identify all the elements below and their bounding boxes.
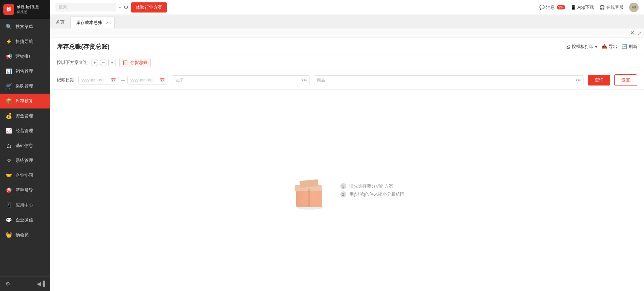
sidebar-item-system[interactable]: ⚙ 系统管理 [0, 153, 50, 168]
scheme-label: 存货总账 [130, 59, 148, 66]
filter-label: 按以下方案查询 [57, 59, 88, 66]
sidebar-item-apps[interactable]: 📱 应用中心 [0, 198, 50, 213]
app-download-btn[interactable]: 📱 App下载 [571, 4, 594, 10]
sidebar-item-member[interactable]: 👑 畅会员 [0, 227, 50, 242]
sidebar-item-search[interactable]: 🔍 搜索菜单 [0, 19, 50, 34]
export-icon: 📤 [601, 44, 607, 49]
date-input-group: yyyy-mm-dd 📅 — yyyy-mm-dd 📅 [78, 76, 168, 84]
sales-icon: 📊 [5, 68, 12, 75]
settings-icon[interactable]: ⚙ [5, 281, 10, 287]
product-select[interactable]: 商品 ••• [314, 75, 584, 85]
sidebar-item-label: 经营管理 [16, 128, 33, 134]
user-avatar[interactable]: Rit [629, 3, 639, 12]
sidebar-item-coop[interactable]: 🤝 企业协同 [0, 168, 50, 183]
page-title: 库存总账(存货总账) [57, 43, 109, 51]
industry-btn[interactable]: 体验行业方案 [131, 2, 167, 13]
svg-rect-5 [308, 189, 310, 207]
quicknav-icon: ⚡ [5, 38, 12, 45]
print-btn[interactable]: 🖨 按模板打印 ▾ [566, 44, 597, 50]
message-icon: 💬 [539, 5, 545, 10]
filter-collapse-btn[interactable]: « [108, 59, 116, 66]
sidebar-item-label: 营销推广 [16, 53, 33, 59]
product-label: 商品 [317, 77, 325, 83]
search-icon: 🔍 [5, 23, 12, 30]
sidebar-bottom: ⚙ ◀▐ [0, 276, 50, 291]
scheme-icon: 📋 [122, 60, 128, 65]
sidebar-item-quicknav[interactable]: ⚡ 快捷导航 [0, 34, 50, 49]
sidebar-item-inventory[interactable]: 📦 库存核算 [0, 94, 50, 108]
topbar-chevron-icon[interactable]: ▾ [119, 5, 121, 10]
coop-icon: 🤝 [5, 172, 12, 179]
topbar-gear-icon[interactable]: ⚙ [124, 4, 128, 10]
marketing-icon: 📢 [5, 53, 12, 60]
filter-add-btn[interactable]: + [91, 59, 98, 66]
filter-remove-btn[interactable]: − [100, 59, 107, 66]
content-area: ✕ ⤢ 库存总账(存货总账) 🖨 按模板打印 ▾ 📤 导出 🔄 刷新 [50, 28, 644, 291]
logo-icon: 畅 [3, 4, 14, 15]
date-end-placeholder: yyyy-mm-dd [130, 78, 152, 82]
empty-state: 1 请先选择要分析的方案 2 用[过滤]条件来缩小分析范围 [50, 90, 644, 291]
online-support-btn[interactable]: 🎧 在线客服 [599, 4, 624, 10]
content-topbar: ✕ ⤢ [50, 28, 644, 38]
export-btn[interactable]: 📤 导出 [601, 44, 617, 50]
warehouse-select[interactable]: 仓库 ••• [172, 75, 310, 85]
expand-panel-btn[interactable]: ⤢ [637, 30, 641, 36]
print-dropdown-icon[interactable]: ▾ [595, 44, 597, 49]
sidebar-scroll: 🔍 搜索菜单 ⚡ 快捷导航 📢 营销推广 📊 销售管理 🛒 采购管理 📦 库存核… [0, 19, 50, 276]
calendar-end-icon[interactable]: 📅 [160, 78, 165, 82]
tab-close-icon[interactable]: ✕ [106, 21, 109, 25]
empty-text: 1 请先选择要分析的方案 2 用[过滤]条件来缩小分析范围 [340, 181, 405, 199]
date-end-input[interactable]: yyyy-mm-dd 📅 [127, 76, 168, 84]
sidebar-item-label: 畅会员 [16, 232, 29, 238]
refresh-btn[interactable]: 🔄 刷新 [621, 44, 637, 50]
operations-icon: 📈 [5, 127, 12, 134]
scheme-item[interactable]: 📋 存货总账 [119, 58, 151, 67]
sidebar-item-marketing[interactable]: 📢 营销推广 [0, 49, 50, 64]
step-1-num: 1 [340, 183, 346, 189]
sidebar: 畅 畅捷通好生意 标准版 🔍 搜索菜单 ⚡ 快捷导航 📢 营销推广 📊 销售管理… [0, 0, 50, 291]
sidebar-item-label: 资金管理 [16, 113, 33, 119]
message-btn[interactable]: 💬 消息 99+ [539, 4, 565, 10]
support-icon: 🎧 [599, 5, 605, 10]
filter-area: 按以下方案查询 + − « 📋 存货总账 [50, 54, 644, 71]
sidebar-item-operations[interactable]: 📈 经营管理 [0, 123, 50, 138]
sidebar-item-purchase[interactable]: 🛒 采购管理 [0, 79, 50, 94]
topbar-search[interactable]: 搜索 [55, 3, 116, 11]
date-start-input[interactable]: yyyy-mm-dd 📅 [78, 76, 119, 84]
inventory-icon: 📦 [5, 98, 12, 104]
filter-actions: + − « [91, 59, 116, 66]
purchase-icon: 🛒 [5, 83, 12, 90]
query-btn[interactable]: 查询 [588, 75, 610, 86]
app-badge: 标准版 [17, 10, 39, 15]
sidebar-item-basic[interactable]: 🗂 基础信息 [0, 138, 50, 153]
sidebar-item-label: 快捷导航 [16, 39, 33, 45]
message-badge: 99+ [557, 5, 565, 9]
sidebar-item-wechat[interactable]: 💬 企业微信 [0, 213, 50, 227]
app-logo: 畅 畅捷通好生意 标准版 [0, 0, 50, 19]
sidebar-item-label: 库存核算 [16, 98, 33, 104]
sidebar-item-label: 销售管理 [16, 68, 33, 74]
warehouse-more-icon[interactable]: ••• [302, 77, 307, 83]
tabs-bar: 首页 库存成本总账 ✕ [50, 15, 644, 28]
tab-home[interactable]: 首页 [50, 16, 70, 28]
sidebar-item-label: 企业协同 [16, 172, 33, 178]
wechat-icon: 💬 [5, 217, 12, 223]
date-separator: — [121, 78, 125, 83]
sidebar-item-finance[interactable]: 💰 资金管理 [0, 108, 50, 123]
sidebar-item-sales[interactable]: 📊 销售管理 [0, 64, 50, 79]
step-2-num: 2 [340, 191, 346, 197]
product-more-icon[interactable]: ••• [576, 77, 581, 83]
sidebar-item-label: 企业微信 [16, 217, 33, 223]
close-panel-btn[interactable]: ✕ [630, 30, 635, 36]
sidebar-item-guide[interactable]: 🎯 新手引导 [0, 183, 50, 198]
tab-inventory-cost[interactable]: 库存成本总账 ✕ [70, 17, 115, 28]
calendar-start-icon[interactable]: 📅 [111, 78, 116, 82]
finance-icon: 💰 [5, 113, 12, 119]
settings-btn[interactable]: 设置 [614, 74, 637, 86]
basic-icon: 🗂 [5, 142, 12, 149]
sidebar-item-label: 系统管理 [16, 157, 33, 164]
sidebar-item-label: 搜索菜单 [16, 24, 33, 30]
empty-hint-1: 1 请先选择要分析的方案 [340, 183, 405, 189]
download-icon: 📱 [571, 5, 576, 10]
collapse-icon[interactable]: ◀▐ [37, 281, 45, 287]
